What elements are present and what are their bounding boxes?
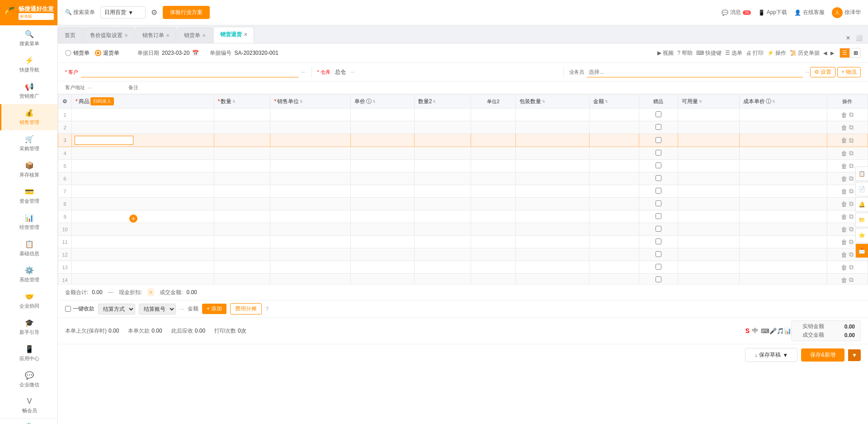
gift-cell-10[interactable]	[639, 223, 678, 236]
amount-cell-14[interactable]	[589, 274, 639, 285]
copy-row-4[interactable]: ⧉	[849, 149, 854, 157]
pack-qty-cell-3[interactable]	[515, 134, 589, 147]
available-cell-11[interactable]	[678, 236, 739, 248]
gift-cell-4[interactable]	[639, 147, 678, 160]
goods-cell-8[interactable]	[72, 198, 214, 210]
price-cell-4[interactable]	[350, 147, 414, 160]
delete-row-9[interactable]: 🗑	[841, 213, 847, 220]
qty2-cell-3[interactable]	[414, 134, 471, 147]
qty-cell-9[interactable]	[214, 210, 270, 223]
sidebar-item-system[interactable]: ⚙️ 系统管理	[0, 262, 57, 288]
goods-cell-4[interactable]	[72, 147, 214, 160]
view-list-btn[interactable]: ☰	[840, 48, 850, 58]
available-cell-2[interactable]	[678, 121, 739, 134]
search-btn[interactable]: 🔍 搜索菜单	[65, 9, 95, 16]
staff-dots-btn[interactable]: ···	[806, 69, 810, 75]
gift-checkbox-4[interactable]	[656, 150, 661, 156]
gift-checkbox-3[interactable]	[656, 137, 661, 143]
fee-split-btn[interactable]: 费用分摊	[230, 303, 262, 314]
delete-row-14[interactable]: 🗑	[841, 276, 847, 284]
copy-row-8[interactable]: ⧉	[849, 200, 854, 208]
cost-price-cell-5[interactable]	[740, 160, 827, 172]
address-dots-btn[interactable]: ···	[88, 85, 92, 91]
unit2-cell-3[interactable]	[471, 134, 515, 147]
barcode-input-btn[interactable]: 扫码录入	[90, 97, 114, 105]
cost-price-cell-9[interactable]	[740, 210, 827, 223]
qty2-cell-4[interactable]	[414, 147, 471, 160]
copy-row-9[interactable]: ⧉	[849, 213, 854, 220]
tab-sale-return[interactable]: 销货退货 ✕	[213, 27, 254, 43]
add-row-btn[interactable]: +	[129, 214, 137, 223]
gift-cell-5[interactable]	[639, 160, 678, 172]
price-cell-6[interactable]	[350, 172, 414, 185]
qty2-cell-5[interactable]	[414, 160, 471, 172]
amount-cell-8[interactable]	[589, 198, 639, 210]
one-click-pay-input[interactable]	[65, 306, 71, 312]
copy-row-7[interactable]: ⧉	[849, 187, 854, 195]
sidebar-item-marketing[interactable]: 📢 营销推广	[0, 78, 57, 104]
copy-row-10[interactable]: ⧉	[849, 225, 854, 233]
gift-cell-9[interactable]	[639, 210, 678, 223]
industry-select[interactable]: 日用百货 ▼	[100, 6, 146, 19]
pack-qty-cell-2[interactable]	[515, 121, 589, 134]
pack-qty-cell-11[interactable]	[515, 236, 589, 248]
gift-checkbox-13[interactable]	[656, 264, 661, 270]
price-cell-11[interactable]	[350, 236, 414, 248]
close-sale-ship-tab[interactable]: ✕	[202, 33, 206, 38]
amount-cell-4[interactable]	[589, 147, 639, 160]
setup-btn[interactable]: ⚙ 设置	[810, 67, 835, 77]
sidebar-item-finance[interactable]: 💳 资金管理	[0, 183, 57, 209]
qty2-cell-11[interactable]	[414, 236, 471, 248]
sale-unit-cell-13[interactable]	[270, 261, 351, 274]
print-btn[interactable]: 🖨 打印	[746, 49, 764, 57]
price-cell-3[interactable]	[350, 134, 414, 147]
pack-qty-cell-5[interactable]	[515, 160, 589, 172]
pack-qty-cell-4[interactable]	[515, 147, 589, 160]
customer-dots-btn[interactable]: ···	[302, 69, 306, 75]
copy-row-12[interactable]: ⧉	[849, 251, 854, 258]
qty2-cell-10[interactable]	[414, 223, 471, 236]
qty2-cell-8[interactable]	[414, 198, 471, 210]
fee-help-icon[interactable]: ?	[265, 306, 269, 312]
available-cell-10[interactable]	[678, 223, 739, 236]
goods-cell-12[interactable]	[72, 248, 214, 261]
goods-cell-2[interactable]	[72, 121, 214, 134]
delete-row-8[interactable]: 🗑	[841, 200, 847, 208]
goods-cell-1[interactable]	[72, 109, 214, 121]
unit2-cell-13[interactable]	[471, 261, 515, 274]
cost-price-cell-7[interactable]	[740, 185, 827, 198]
sidebar-item-operations[interactable]: 📊 经营管理	[0, 209, 57, 235]
unit2-cell-14[interactable]	[471, 274, 515, 285]
price-cell-2[interactable]	[350, 121, 414, 134]
gift-checkbox-11[interactable]	[656, 238, 661, 244]
available-cell-9[interactable]	[678, 210, 739, 223]
cost-price-cell-11[interactable]	[740, 236, 827, 248]
goods-cell-3[interactable]: +	[72, 134, 214, 147]
sale-unit-cell-6[interactable]	[270, 172, 351, 185]
sale-unit-cell-4[interactable]	[270, 147, 351, 160]
delete-row-12[interactable]: 🗑	[841, 251, 847, 258]
nav-next-btn[interactable]: ▶	[830, 50, 834, 56]
goods-cell-11[interactable]	[72, 236, 214, 248]
copy-row-3[interactable]: ⧉	[849, 137, 854, 144]
gift-cell-1[interactable]	[639, 109, 678, 121]
qty-cell-11[interactable]	[214, 236, 270, 248]
cost-price-cell-12[interactable]	[740, 248, 827, 261]
cost-price-cell-3[interactable]	[740, 134, 827, 147]
tab-sale-price[interactable]: 售价提取设置 ✕	[83, 28, 135, 43]
sale-unit-cell-14[interactable]	[270, 274, 351, 285]
cost-price-cell-14[interactable]	[740, 274, 827, 285]
warehouse-dots-btn[interactable]: ···	[350, 69, 355, 75]
delete-row-1[interactable]: 🗑	[841, 111, 847, 119]
sale-unit-cell-2[interactable]	[270, 121, 351, 134]
qty2-cell-2[interactable]	[414, 121, 471, 134]
unit2-cell-10[interactable]	[471, 223, 515, 236]
gift-cell-2[interactable]	[639, 121, 678, 134]
qty2-cell-9[interactable]	[414, 210, 471, 223]
copy-row-5[interactable]: ⧉	[849, 162, 854, 170]
gift-checkbox-5[interactable]	[656, 162, 661, 168]
radio-return[interactable]: 退货单	[95, 49, 119, 57]
unit2-cell-2[interactable]	[471, 121, 515, 134]
goods-input-3[interactable]	[75, 136, 133, 145]
gift-cell-3[interactable]	[639, 134, 678, 147]
